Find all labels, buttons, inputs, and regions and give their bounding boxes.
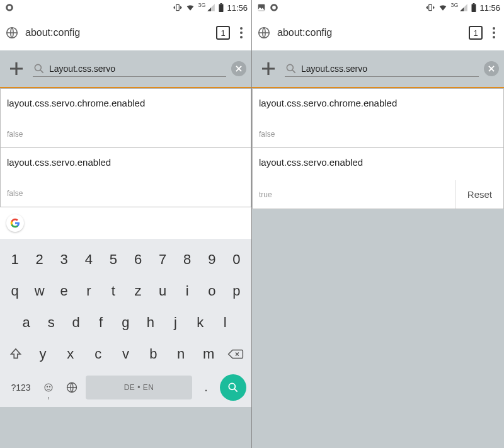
network-3g-label: 3G — [450, 2, 458, 8]
add-pref-button[interactable] — [5, 57, 28, 80]
key-w[interactable]: w — [27, 277, 52, 306]
key-i[interactable]: i — [175, 277, 200, 306]
key-n[interactable]: n — [167, 340, 195, 369]
image-icon — [257, 3, 266, 12]
key-b[interactable]: b — [139, 340, 167, 369]
url-text[interactable]: about:config — [25, 27, 210, 38]
key-1[interactable]: 1 — [3, 245, 27, 274]
key-h[interactable]: h — [138, 308, 163, 337]
key-g[interactable]: g — [113, 308, 138, 337]
key-row-2: asdfghjkl — [3, 308, 249, 337]
key-4[interactable]: 4 — [76, 245, 101, 274]
clock-time: 11:56 — [227, 3, 248, 13]
key-9[interactable]: 9 — [200, 245, 224, 274]
key-2[interactable]: 2 — [27, 245, 52, 274]
signal-icon — [459, 3, 468, 12]
key-j[interactable]: j — [163, 308, 188, 337]
status-bar: 3G 11:56 — [0, 0, 251, 15]
key-y[interactable]: y — [29, 340, 57, 369]
search-input[interactable] — [301, 64, 479, 74]
svg-rect-15 — [429, 4, 432, 10]
google-icon[interactable] — [6, 214, 24, 232]
pref-row[interactable]: layout.css.servo.enabled true Reset — [252, 148, 504, 209]
svg-rect-17 — [473, 3, 475, 4]
battery-icon — [218, 3, 224, 12]
key-u[interactable]: u — [151, 277, 175, 306]
url-text[interactable]: about:config — [277, 27, 462, 38]
menu-button[interactable] — [489, 27, 499, 38]
pref-value: true — [259, 181, 455, 208]
key-e[interactable]: e — [52, 277, 76, 306]
key-0[interactable]: 0 — [224, 245, 249, 274]
on-screen-keyboard: 1234567890 qwertzuiop asdfghjkl yxcvbnm … — [0, 239, 251, 407]
status-bar: 3G 11:56 — [252, 0, 504, 15]
svg-point-19 — [287, 64, 293, 71]
key-8[interactable]: 8 — [175, 245, 200, 274]
key-6[interactable]: 6 — [125, 245, 150, 274]
phone-screenshot-right: 3G 11:56 about:config 1 la — [252, 0, 504, 448]
search-input[interactable] — [49, 64, 226, 74]
key-z[interactable]: z — [125, 277, 150, 306]
keyboard-search-key[interactable] — [220, 374, 246, 401]
tab-count-button[interactable]: 1 — [469, 26, 483, 40]
language-key[interactable] — [60, 375, 83, 400]
key-7[interactable]: 7 — [151, 245, 175, 274]
pref-name: layout.css.servo.chrome.enabled — [259, 98, 497, 121]
key-x[interactable]: x — [57, 340, 84, 369]
pref-value: false — [259, 121, 497, 147]
emoji-key[interactable]: , — [39, 376, 58, 399]
key-p[interactable]: p — [224, 277, 249, 306]
svg-point-14 — [272, 6, 276, 9]
key-d[interactable]: d — [64, 308, 88, 337]
pref-value: false — [7, 121, 244, 147]
phone-screenshot-left: 3G 11:56 about:config 1 la — [0, 0, 252, 448]
firefox-icon — [270, 3, 278, 12]
key-s[interactable]: s — [38, 308, 63, 337]
key-r[interactable]: r — [76, 277, 101, 306]
pref-row[interactable]: layout.css.servo.enabled false — [0, 148, 251, 207]
key-v[interactable]: v — [112, 340, 140, 369]
wifi-icon — [185, 3, 195, 12]
key-o[interactable]: o — [200, 277, 224, 306]
period-key[interactable]: . — [195, 374, 217, 401]
search-icon — [285, 62, 297, 75]
spacebar-key[interactable]: DE • EN — [86, 376, 192, 399]
pref-row[interactable]: layout.css.servo.chrome.enabled false — [0, 88, 251, 148]
add-pref-button[interactable] — [257, 57, 280, 80]
globe-icon — [257, 26, 271, 40]
battery-icon — [471, 3, 477, 12]
key-l[interactable]: l — [213, 308, 238, 337]
clear-search-button[interactable] — [484, 61, 499, 76]
pref-name: layout.css.servo.enabled — [7, 157, 244, 180]
shift-key[interactable] — [3, 340, 29, 369]
key-row-3: yxcvbnm — [3, 340, 249, 369]
globe-icon — [5, 26, 19, 40]
results-list: layout.css.servo.chrome.enabled false la… — [252, 88, 504, 209]
key-f[interactable]: f — [88, 308, 113, 337]
key-c[interactable]: c — [84, 340, 112, 369]
key-q[interactable]: q — [3, 277, 27, 306]
search-box — [33, 61, 226, 77]
pref-row[interactable]: layout.css.servo.chrome.enabled false — [252, 88, 504, 148]
key-3[interactable]: 3 — [52, 245, 76, 274]
pref-value: false — [7, 180, 244, 207]
key-t[interactable]: t — [101, 277, 125, 306]
reset-button[interactable]: Reset — [455, 180, 503, 209]
svg-rect-3 — [219, 4, 224, 12]
results-list: layout.css.servo.chrome.enabled false la… — [0, 88, 251, 207]
key-row-function: ?123 , DE • EN . — [3, 371, 249, 401]
key-k[interactable]: k — [188, 308, 212, 337]
symbols-key[interactable]: ?123 — [5, 376, 37, 399]
clear-search-button[interactable] — [231, 61, 246, 76]
key-m[interactable]: m — [195, 340, 222, 369]
svg-point-11 — [229, 383, 235, 389]
tab-count-button[interactable]: 1 — [216, 26, 230, 40]
svg-point-9 — [49, 386, 50, 387]
pref-name: layout.css.servo.chrome.enabled — [7, 98, 244, 121]
backspace-key[interactable] — [222, 340, 249, 369]
key-5[interactable]: 5 — [101, 245, 125, 274]
menu-button[interactable] — [236, 27, 246, 38]
key-a[interactable]: a — [14, 308, 38, 337]
search-icon — [33, 62, 45, 75]
key-row-numbers: 1234567890 — [3, 245, 249, 274]
